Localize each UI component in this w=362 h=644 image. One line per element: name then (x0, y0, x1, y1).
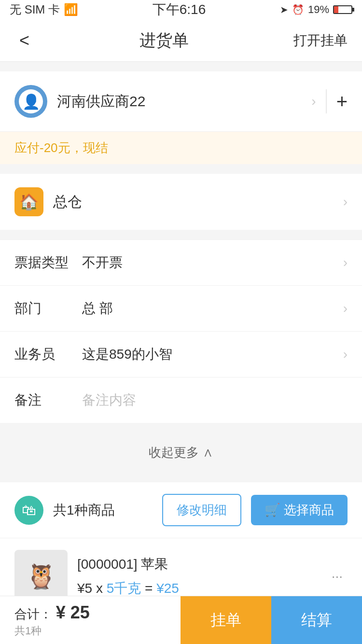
products-header: 🛍 共1种商品 修改明细 🛒 选择商品 (0, 482, 362, 538)
supplier-name: 河南供应商22 (57, 92, 311, 112)
supplier-section: 👤 河南供应商22 › + 应付-20元，现结 (0, 71, 362, 164)
notice-bar: 应付-20元，现结 (0, 132, 362, 164)
chevron-right-icon: › (343, 347, 348, 362)
supplier-row[interactable]: 👤 河南供应商22 › + (0, 71, 362, 132)
department-row[interactable]: 部门 总 部 › (0, 285, 362, 331)
product-info: [0000001] 苹果 ¥5 x 5千克 = ¥25 (77, 555, 327, 598)
home-icon: 🏠 (19, 193, 39, 211)
invoice-type-row[interactable]: 票据类型 不开票 › (0, 239, 362, 285)
add-product-icon: 🛒 (265, 503, 280, 518)
product-thumbnail: 🦉 (14, 550, 68, 603)
suspend-button[interactable]: 挂单 (181, 596, 271, 644)
chevron-right-icon: › (343, 194, 348, 210)
status-left: 无 SIM 卡 📶 (10, 2, 78, 17)
bottom-bar: 合计： ¥ 25 共1种 挂单 结算 (0, 596, 362, 644)
products-icon: 🛍 (14, 496, 43, 525)
owl-icon: 🦉 (26, 562, 56, 590)
warehouse-name: 总仓 (53, 192, 343, 212)
salesperson-label: 业务员 (14, 345, 72, 364)
battery-indicator (333, 5, 352, 14)
collapse-button[interactable]: 收起更多 ∧ (0, 433, 362, 473)
chevron-right-icon: › (343, 301, 348, 316)
warehouse-row[interactable]: 🏠 总仓 › (0, 174, 362, 230)
product-more-button[interactable]: ··· (327, 564, 348, 589)
select-product-button[interactable]: 🛒 选择商品 (251, 495, 348, 525)
alarm-icon: ⏰ (292, 4, 304, 15)
edit-detail-button[interactable]: 修改明细 (162, 494, 241, 526)
divider (326, 89, 327, 113)
total-count: 共1种 (14, 624, 166, 638)
total-amount: ¥ 25 (56, 602, 90, 622)
add-supplier-icon[interactable]: + (336, 91, 348, 112)
form-section: 票据类型 不开票 › 部门 总 部 › 业务员 这是859的小智 › 备注 备注… (0, 239, 362, 423)
warehouse-section: 🏠 总仓 › (0, 174, 362, 230)
wifi-icon: 📶 (64, 3, 78, 16)
chevron-right-icon: › (343, 255, 348, 270)
notice-text: 应付-20元，现结 (14, 140, 108, 155)
battery-label: 19% (308, 3, 329, 16)
total-label: 合计： (14, 607, 52, 621)
location-icon: ➤ (280, 4, 288, 15)
remarks-input[interactable]: 备注内容 (82, 391, 348, 409)
time-label: 下午6:16 (153, 0, 206, 19)
status-bar: 无 SIM 卡 📶 下午6:16 ➤ ⏰ 19% (0, 0, 362, 19)
cart-icon: 🛍 (22, 502, 36, 518)
product-price: ¥5 x 5千克 = ¥25 (77, 579, 327, 598)
chevron-right-icon: › (311, 94, 316, 109)
department-value: 总 部 (82, 299, 343, 318)
warehouse-icon: 🏠 (14, 187, 43, 216)
nav-bar: < 进货单 打开挂单 (0, 19, 362, 62)
invoice-value: 不开票 (82, 253, 343, 272)
total-section: 合计： ¥ 25 共1种 (0, 602, 181, 638)
person-icon: 👤 (22, 93, 40, 110)
page-title: 进货单 (139, 29, 189, 52)
invoice-label: 票据类型 (14, 253, 72, 272)
checkout-button[interactable]: 结算 (271, 596, 362, 644)
back-button[interactable]: < (14, 26, 34, 56)
remarks-row[interactable]: 备注 备注内容 (0, 377, 362, 423)
remarks-label: 备注 (14, 391, 72, 409)
products-count: 共1种商品 (53, 501, 153, 519)
department-label: 部门 (14, 299, 72, 318)
salesperson-value: 这是859的小智 (82, 345, 343, 364)
supplier-avatar: 👤 (14, 85, 47, 118)
salesperson-row[interactable]: 业务员 这是859的小智 › (0, 331, 362, 377)
carrier-label: 无 SIM 卡 (10, 2, 60, 17)
products-section: 🛍 共1种商品 修改明细 🛒 选择商品 🦉 [0000001] 苹果 ¥5 x … (0, 482, 362, 615)
open-pending-button[interactable]: 打开挂单 (293, 31, 348, 50)
product-name: [0000001] 苹果 (77, 555, 327, 574)
status-right: ➤ ⏰ 19% (280, 3, 352, 16)
